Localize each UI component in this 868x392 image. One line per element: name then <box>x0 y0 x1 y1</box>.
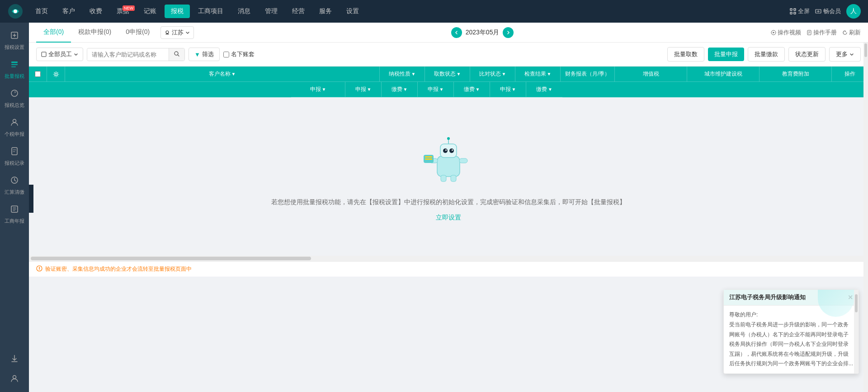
filter-icon: ▼ <box>194 51 200 58</box>
right-scrollbar-thumb <box>864 43 867 57</box>
svg-rect-25 <box>440 144 457 158</box>
svg-rect-3 <box>794 9 796 10</box>
bottom-tip-text: 验证账密、采集信息均成功的企业才会流转至批量报税页面中 <box>45 265 192 273</box>
download-icon[interactable] <box>6 350 23 367</box>
batch-pay-btn[interactable]: 批量缴款 <box>748 47 785 62</box>
batch-fetch-btn[interactable]: 批量取数 <box>667 47 704 62</box>
toolbar: 全部员工 ▼ 筛选 名下账套 批量取数 批量申报 批量缴款 状态更新 更多 <box>29 43 868 67</box>
download-sets-checkbox[interactable]: 名下账套 <box>223 50 255 58</box>
th-financial-report-group: 财务报表（月/季） <box>561 67 615 82</box>
svg-point-1 <box>14 10 17 13</box>
sidebar-item-tax-records[interactable]: 报税记录 <box>0 142 29 171</box>
bottom-bar: 验证账密、采集信息均成功的企业才会流转至批量报税页面中 <box>29 261 868 277</box>
svg-marker-19 <box>773 32 775 33</box>
svg-point-17 <box>166 31 169 33</box>
next-month-btn[interactable] <box>503 27 514 38</box>
svg-point-23 <box>55 73 57 75</box>
user-icon[interactable] <box>6 370 23 387</box>
batch-tax-icon <box>10 60 19 71</box>
th-tax-nature: 纳税性质 ▼ <box>380 67 425 82</box>
th-education-group: 教育费附加 <box>760 67 832 82</box>
search-box[interactable] <box>87 48 185 61</box>
nav-settings[interactable]: 设置 <box>340 5 365 18</box>
region-selector[interactable]: 江苏 <box>160 26 194 39</box>
th-vat-declare: 申报 ▼ <box>345 82 382 97</box>
tab-all[interactable]: 全部(0) <box>36 23 71 43</box>
th-vat-group: 增值税 <box>615 67 687 82</box>
employee-select[interactable]: 全部员工 <box>36 48 83 61</box>
nav-bookkeeping[interactable]: 记账 <box>137 5 163 18</box>
nav-items: 首页 客户 收费 票据 NEW 记账 报税 工商项目 消息 管理 经营 服务 设… <box>29 5 790 18</box>
notification-scrollbar[interactable] <box>854 290 859 373</box>
nav-ticket[interactable]: 票据 NEW <box>110 5 136 18</box>
th-checkbox[interactable] <box>29 67 47 82</box>
search-button[interactable] <box>169 48 184 61</box>
app-logo[interactable] <box>7 3 24 19</box>
filter-icon-compare[interactable]: ▼ <box>502 72 506 76</box>
svg-rect-37 <box>441 175 446 182</box>
current-month: 2023年05月 <box>466 29 500 37</box>
sidebar-item-annual-report[interactable]: 工商年报 <box>0 200 29 229</box>
data-table: 客户名称 ▼ 纳税性质 ▼ 取数状态 ▼ 比对状态 ▼ 检查结果 ▼ <box>29 67 868 277</box>
toolbar-right: 批量取数 批量申报 批量缴款 状态更新 更多 <box>667 47 861 62</box>
tab-zero-declare[interactable]: 0申报(0) <box>118 23 157 43</box>
tax-records-icon <box>10 147 19 158</box>
refresh-link[interactable]: 刷新 <box>842 29 861 37</box>
svg-rect-21 <box>42 52 46 57</box>
select-all-checkbox[interactable] <box>35 71 41 77</box>
scrollbar-thumb[interactable] <box>31 257 311 260</box>
sidebar-item-settlement[interactable]: 汇算清缴 <box>0 171 29 200</box>
nav-operation[interactable]: 经营 <box>286 5 311 18</box>
notif-scroll-thumb <box>855 294 858 312</box>
tax-settings-icon <box>10 31 19 42</box>
sidebar-item-tax-settings[interactable]: 报税设置 <box>0 26 29 55</box>
svg-rect-10 <box>11 66 16 67</box>
setup-link[interactable]: 立即设置 <box>436 214 461 222</box>
nav-home[interactable]: 首页 <box>29 5 54 18</box>
sidebar-item-personal-tax[interactable]: 个税申报 <box>0 113 29 142</box>
nav-right: 全屏 畅会员 人 <box>790 4 861 19</box>
nav-customer[interactable]: 客户 <box>56 5 81 18</box>
nav-message[interactable]: 消息 <box>231 5 257 18</box>
nav-tax[interactable]: 报税 <box>165 5 190 18</box>
operation-manual-link[interactable]: 操作手册 <box>807 29 837 37</box>
download-sets-check[interactable] <box>223 52 229 57</box>
filter-icon-check[interactable]: ▼ <box>547 72 552 76</box>
svg-rect-5 <box>794 12 796 14</box>
robot-illustration <box>421 131 476 186</box>
th-vat-pay: 缴费 ▼ <box>382 82 418 97</box>
nav-manage[interactable]: 管理 <box>259 5 284 18</box>
user-avatar[interactable]: 人 <box>846 4 861 19</box>
th-edu-pay: 缴费 ▼ <box>526 82 562 97</box>
nav-fee[interactable]: 收费 <box>83 5 108 18</box>
svg-rect-13 <box>12 148 17 155</box>
search-input-field[interactable] <box>87 49 169 60</box>
notification-title: 江苏电子税务局升级影响通知 <box>729 293 806 301</box>
filter-icon-tax-nature[interactable]: ▼ <box>411 72 416 76</box>
svg-point-29 <box>452 149 453 151</box>
operation-video-link[interactable]: 操作视频 <box>771 29 801 37</box>
fullscreen-btn[interactable]: 全屏 <box>790 7 810 15</box>
svg-rect-38 <box>451 175 456 182</box>
filter-icon-fetch[interactable]: ▼ <box>457 72 461 76</box>
empty-state: 若您想使用批量报税功能，请先在【报税设置】中进行报税的初始化设置，完成密码验证和… <box>29 97 868 256</box>
status-update-btn[interactable]: 状态更新 <box>788 47 826 62</box>
prev-month-btn[interactable] <box>451 27 462 38</box>
nav-business[interactable]: 工商项目 <box>192 5 230 18</box>
member-btn[interactable]: 畅会员 <box>815 7 841 15</box>
nav-service[interactable]: 服务 <box>313 5 338 18</box>
horizontal-scrollbar[interactable] <box>29 256 868 261</box>
more-btn[interactable]: 更多 <box>829 47 861 62</box>
batch-declare-btn[interactable]: 批量申报 <box>708 48 744 61</box>
svg-point-28 <box>445 149 447 151</box>
sidebar-item-tax-overview[interactable]: 报税总览 <box>0 84 29 113</box>
sidebar-item-batch-tax[interactable]: 批量报税 <box>0 55 29 84</box>
empty-tip-text: 若您想使用批量报税功能，请先在【报税设置】中进行报税的初始化设置，完成密码验证和… <box>271 196 626 208</box>
filter-icon-name[interactable]: ▼ <box>231 72 236 76</box>
new-badge: NEW <box>123 5 135 11</box>
right-scrollbar[interactable] <box>863 43 868 392</box>
tab-tax-declare[interactable]: 税款申报(0) <box>71 23 118 43</box>
th-gear[interactable] <box>47 67 65 82</box>
th-action: 操作 <box>832 67 868 82</box>
filter-button[interactable]: ▼ 筛选 <box>189 48 220 61</box>
